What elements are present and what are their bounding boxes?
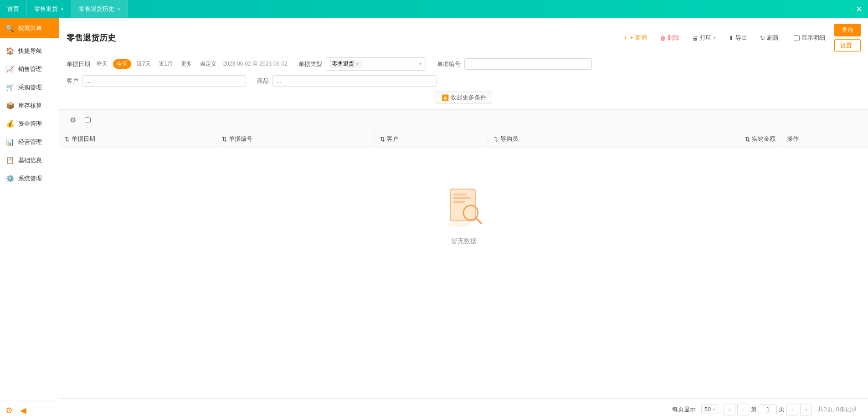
date-btn-7days[interactable]: 近7天 — [134, 59, 154, 69]
goods-filter-input[interactable] — [272, 75, 437, 87]
pagination-bar: 每页显示 50 ▾ « ‹ 第 页 › » — [59, 398, 868, 420]
next-page-button[interactable]: › — [786, 404, 798, 415]
th-date: ⇅ 单据日期 — [59, 130, 216, 148]
svg-rect-1 — [453, 194, 467, 195]
tab-retail-return-close[interactable]: × — [61, 6, 64, 12]
tab-retail-return-history-close[interactable]: × — [117, 6, 120, 12]
sidebar-item-label: 销售管理 — [18, 65, 42, 73]
refresh-icon: ↻ — [760, 35, 765, 41]
table-header: ⇅ 单据日期 ⇅ 单据编号 ⇅ — [59, 130, 868, 148]
filter-date-item: 单据日期 昨天 今天 近7天 近1月 更多 自定义 2023-06-02 至 2… — [67, 59, 288, 69]
type-tag-close[interactable]: × — [356, 61, 359, 67]
window-close-button[interactable]: ✕ — [850, 0, 868, 18]
prev-page-button[interactable]: ‹ — [737, 404, 749, 415]
sidebar-item-operations[interactable]: 📊 经营管理 — [0, 133, 59, 151]
filter-row-1: 单据日期 昨天 今天 近7天 近1月 更多 自定义 2023-06-02 至 2… — [67, 57, 861, 71]
page-size-dropdown-icon: ▾ — [713, 407, 715, 412]
date-btn-custom[interactable]: 自定义 — [197, 59, 219, 69]
new-button[interactable]: ＋ + 新增 — [619, 32, 651, 44]
tab-home-label: 首页 — [7, 5, 19, 13]
sidebar-search[interactable]: 🔍 搜索菜单 — [0, 18, 59, 38]
goods-filter-label: 商品 — [257, 77, 269, 85]
date-btn-yesterday[interactable]: 昨天 — [94, 59, 110, 69]
page-size-select[interactable]: 50 ▾ — [701, 405, 718, 414]
date-btn-1month[interactable]: 近1月 — [156, 59, 176, 69]
show-detail-checkbox[interactable] — [794, 35, 800, 41]
refresh-button[interactable]: ↻ 刷新 — [756, 32, 782, 44]
sidebar-item-system[interactable]: ⚙️ 系统管理 — [0, 169, 59, 188]
th-date-sort-icon[interactable]: ⇅ — [65, 136, 70, 143]
delete-label: 删除 — [668, 34, 679, 42]
sidebar-item-label: 经营管理 — [18, 138, 42, 146]
operations-icon: 📊 — [5, 138, 15, 147]
tab-home[interactable]: 首页 — [0, 0, 27, 18]
th-amount: ⇅ 实销金额 — [623, 130, 781, 148]
query-label: 查询 — [842, 26, 853, 33]
type-tag-label: 零售退货 — [332, 60, 354, 68]
page-number-input[interactable] — [759, 405, 777, 414]
data-table: ⇅ 单据日期 ⇅ 单据编号 ⇅ — [59, 130, 868, 148]
date-btn-today[interactable]: 今天 — [113, 59, 131, 69]
sidebar-search-label: 搜索菜单 — [18, 24, 42, 32]
tab-retail-return-label: 零售退货 — [34, 5, 58, 13]
th-amount-label: 实销金额 — [752, 135, 776, 143]
th-action: 操作 — [781, 130, 868, 148]
type-dropdown-icon: ▾ — [419, 61, 422, 67]
th-customer-sort-icon[interactable]: ⇅ — [380, 136, 385, 143]
type-filter-label: 单据类型 — [298, 60, 322, 68]
th-voucher-sort-icon[interactable]: ⇅ — [222, 136, 227, 143]
delete-button[interactable]: 🗑 删除 — [656, 32, 683, 44]
tab-retail-return-history[interactable]: 零售退货历史 × — [72, 0, 128, 18]
sidebar-item-inventory[interactable]: 📦 库存核算 — [0, 97, 59, 115]
title-toolbar-row: 零售退货历史 ＋ + 新增 🗑 删除 🖨 打印 ▾ — [67, 24, 861, 52]
sidebar-item-quick-nav[interactable]: 🏠 快捷导航 — [0, 42, 59, 60]
empty-state: 暂无数据 — [59, 148, 868, 282]
last-page-button[interactable]: » — [800, 404, 812, 415]
sidebar-item-label: 库存核算 — [18, 102, 42, 110]
close-icon: ✕ — [856, 4, 863, 14]
filter-customer-item: 客户 — [67, 75, 246, 87]
collapse-filter-label: 收起更多条件 — [451, 93, 486, 102]
first-page-button[interactable]: « — [724, 404, 735, 415]
customer-filter-input[interactable] — [82, 75, 246, 87]
show-detail-checkbox-label[interactable]: 显示明细 — [794, 34, 825, 42]
sidebar-item-basic-info[interactable]: 📋 基础信息 — [0, 151, 59, 169]
filter-area: 单据日期 昨天 今天 近7天 近1月 更多 自定义 2023-06-02 至 2… — [67, 57, 861, 109]
page-size-value: 50 — [704, 406, 711, 413]
th-voucher: ⇅ 单据编号 — [216, 130, 375, 148]
print-label: 打印 — [700, 34, 712, 42]
page-title: 零售退货历史 — [67, 32, 116, 43]
query-button[interactable]: 查询 — [834, 24, 861, 36]
collapse-sidebar-icon[interactable]: ◀ — [20, 405, 26, 415]
select-all-checkbox[interactable] — [85, 117, 91, 123]
table-settings-icon[interactable]: ⚙ — [67, 113, 79, 126]
th-amount-sort-icon[interactable]: ⇅ — [745, 136, 750, 143]
print-icon: 🖨 — [692, 35, 698, 41]
th-voucher-label: 单据编号 — [229, 135, 252, 143]
export-button[interactable]: ⬇ 导出 — [725, 32, 751, 44]
export-icon: ⬇ — [729, 35, 734, 41]
sidebar: 🔍 搜索菜单 🏠 快捷导航 📈 销售管理 🛒 采购管理 📦 库存核算 💰 — [0, 18, 59, 420]
delete-icon: 🗑 — [660, 35, 666, 41]
sidebar-items: 🏠 快捷导航 📈 销售管理 🛒 采购管理 📦 库存核算 💰 资金管理 📊 — [0, 38, 59, 400]
customer-filter-label: 客户 — [67, 77, 78, 85]
date-btn-more[interactable]: 更多 — [178, 59, 195, 69]
collapse-filter-button[interactable]: 🔼 收起更多条件 — [436, 91, 492, 104]
svg-rect-3 — [453, 201, 465, 203]
sidebar-item-sales[interactable]: 📈 销售管理 — [0, 60, 59, 78]
show-detail-label: 显示明细 — [801, 34, 825, 42]
voucher-filter-input[interactable] — [464, 58, 592, 70]
sidebar-item-finance[interactable]: 💰 资金管理 — [0, 115, 59, 133]
purchase-icon: 🛒 — [5, 83, 15, 92]
th-guide-sort-icon[interactable]: ⇅ — [493, 136, 498, 143]
export-label: 导出 — [735, 34, 747, 42]
setting-button[interactable]: 设置 — [834, 39, 861, 52]
print-button[interactable]: 🖨 打印 ▾ — [688, 32, 719, 44]
type-filter-select[interactable]: 零售退货 × ▾ — [326, 57, 426, 71]
tab-retail-return[interactable]: 零售退货 × — [27, 0, 72, 18]
sidebar-item-purchase[interactable]: 🛒 采购管理 — [0, 78, 59, 97]
plus-icon: ＋ — [622, 34, 628, 42]
finance-icon: 💰 — [5, 119, 15, 128]
settings-gear-icon[interactable]: ⚙ — [5, 405, 13, 415]
voucher-filter-label: 单据编号 — [437, 60, 461, 68]
